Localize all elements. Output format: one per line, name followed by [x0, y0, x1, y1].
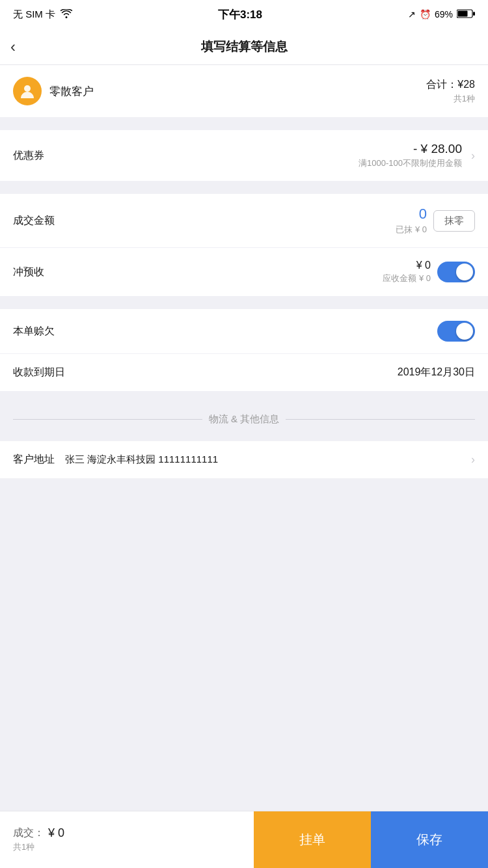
bottom-deal-label: 成交：	[13, 826, 44, 840]
prepay-row: 冲预收 ¥ 0 应收金额 ¥ 0	[0, 248, 488, 296]
status-time: 下午3:18	[218, 7, 262, 22]
coupon-amount: - ¥ 28.00	[359, 142, 462, 156]
divider-3	[0, 303, 488, 309]
coupon-label: 优惠券	[13, 149, 65, 163]
deal-amount-row: 成交金额 0 已抹 ¥ 0 抹零	[0, 194, 488, 248]
deal-amount-sub: 已抹 ¥ 0	[396, 224, 427, 236]
wifi-icon	[61, 9, 72, 20]
customer-row: 零散客户 合计：¥28 共1种	[0, 65, 488, 117]
due-date-right: 2019年12月30日	[398, 366, 475, 379]
nav-bar: ‹ 填写结算等信息	[0, 29, 488, 65]
coupon-right: - ¥ 28.00 满1000-100不限制使用金额 ›	[359, 142, 475, 169]
svg-rect-1	[457, 10, 467, 16]
deal-prepay-section: 成交金额 0 已抹 ¥ 0 抹零 冲预收 ¥ 0 应收金额 ¥ 0	[0, 194, 488, 296]
customer-count: 共1种	[426, 93, 475, 105]
prepay-values: ¥ 0 应收金额 ¥ 0	[383, 260, 431, 284]
prepay-label: 冲预收	[13, 265, 65, 279]
prepay-main: ¥ 0	[383, 260, 431, 271]
due-date-value: 2019年12月30日	[398, 366, 475, 379]
customer-total: 合计：¥28	[426, 78, 475, 92]
deal-amount-values: 0 已抹 ¥ 0	[396, 206, 427, 236]
bottom-bar: 成交： ¥ 0 共1种 挂单 保存	[0, 811, 488, 868]
round-button[interactable]: 抹零	[433, 210, 475, 232]
divider-1	[0, 124, 488, 130]
pending-button[interactable]: 挂单	[254, 811, 371, 869]
status-bar: 无 SIM 卡 下午3:18 ↗ ⏰ 69%	[0, 0, 488, 29]
content: 零散客户 合计：¥28 共1种 优惠券 - ¥ 28.00 满1000-100不…	[0, 65, 488, 680]
prepay-right: ¥ 0 应收金额 ¥ 0	[383, 260, 475, 284]
bottom-deal: 成交： ¥ 0	[13, 826, 241, 840]
due-date-label: 收款到期日	[13, 366, 65, 379]
coupon-row[interactable]: 优惠券 - ¥ 28.00 满1000-100不限制使用金额 ›	[0, 130, 488, 181]
chevron-icon: ›	[471, 149, 475, 163]
customer-section: 零散客户 合计：¥28 共1种	[0, 65, 488, 117]
prepay-toggle[interactable]	[437, 262, 475, 282]
location-icon: ↗	[408, 9, 416, 20]
coupon-values: - ¥ 28.00 满1000-100不限制使用金额	[359, 142, 462, 169]
toggle-knob	[456, 264, 473, 280]
alarm-icon: ⏰	[420, 9, 431, 20]
address-chevron-icon: ›	[471, 453, 475, 467]
coupon-section: 优惠券 - ¥ 28.00 满1000-100不限制使用金额 ›	[0, 130, 488, 181]
debt-label: 本单赊欠	[13, 325, 65, 338]
bottom-count: 共1种	[13, 841, 241, 853]
due-date-row: 收款到期日 2019年12月30日	[0, 354, 488, 391]
no-sim-text: 无 SIM 卡	[13, 8, 55, 21]
bottom-deal-value: ¥ 0	[48, 826, 64, 840]
avatar	[13, 77, 42, 105]
svg-point-3	[24, 85, 31, 92]
customer-right: 合计：¥28 共1种	[426, 78, 475, 105]
customer-name: 零散客户	[49, 84, 94, 99]
battery-text: 69%	[435, 9, 453, 20]
svg-rect-2	[473, 12, 475, 16]
status-right: ↗ ⏰ 69%	[408, 9, 475, 20]
divider-5	[0, 435, 488, 441]
coupon-desc: 满1000-100不限制使用金额	[359, 157, 462, 169]
prepay-sub: 应收金额 ¥ 0	[383, 273, 431, 284]
total-label: 合计：	[426, 79, 457, 90]
save-button[interactable]: 保存	[371, 811, 488, 869]
battery-icon	[457, 9, 475, 20]
bottom-info: 成交： ¥ 0 共1种	[0, 826, 254, 853]
status-left: 无 SIM 卡	[13, 8, 72, 21]
debt-toggle[interactable]	[437, 321, 475, 342]
deal-amount-label: 成交金额	[13, 214, 65, 228]
debt-section: 本单赊欠 收款到期日 2019年12月30日	[0, 309, 488, 391]
logistics-label-text: 物流 & 其他信息	[209, 413, 279, 426]
logistics-section-label: 物流 & 其他信息	[0, 404, 488, 435]
deal-amount-right: 0 已抹 ¥ 0 抹零	[396, 206, 475, 236]
address-section[interactable]: 客户地址 张三 海淀永丰科技园 11111111111 ›	[0, 441, 488, 478]
total-value: ¥28	[457, 79, 475, 90]
address-label: 客户地址	[13, 453, 65, 467]
deal-amount-value: 0	[396, 206, 427, 223]
customer-left: 零散客户	[13, 77, 94, 105]
empty-space	[0, 485, 488, 615]
divider-2	[0, 187, 488, 194]
address-value: 张三 海淀永丰科技园 11111111111	[65, 454, 468, 466]
debt-right	[437, 321, 475, 342]
debt-toggle-knob	[456, 323, 473, 340]
page-title: 填写结算等信息	[201, 38, 288, 55]
debt-row: 本单赊欠	[0, 309, 488, 354]
back-button[interactable]: ‹	[10, 38, 16, 56]
address-row[interactable]: 客户地址 张三 海淀永丰科技园 11111111111 ›	[0, 441, 488, 478]
divider-4	[0, 398, 488, 404]
